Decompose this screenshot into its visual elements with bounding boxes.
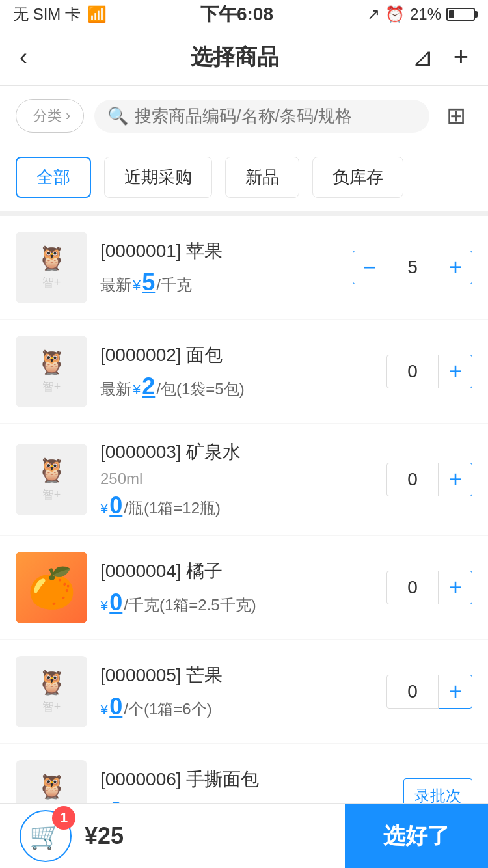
- nav-actions: ⊿ +: [412, 42, 468, 72]
- qty-plus-button[interactable]: +: [439, 251, 472, 284]
- qty-control-0000003: +: [386, 463, 472, 496]
- tab-negative-stock[interactable]: 负库存: [312, 157, 403, 198]
- product-info-0000004: [0000004] 橘子 ¥ 0 /千克(1箱=2.5千克): [100, 559, 373, 616]
- cart-badge: 1: [52, 806, 75, 830]
- status-bar: 无 SIM 卡 📶 下午6:08 ↗ ⏰ 21%: [0, 0, 488, 29]
- cart-total: ¥25: [85, 822, 124, 850]
- time-display: 下午6:08: [200, 2, 273, 27]
- qty-input[interactable]: [386, 355, 439, 388]
- qty-plus-button[interactable]: +: [439, 463, 472, 496]
- product-price: 最新 ¥ 2 /包(1袋=5包): [100, 373, 373, 400]
- product-image-0000001: 🦉 智+: [16, 232, 87, 303]
- qty-plus-button[interactable]: +: [439, 675, 472, 709]
- filter-icon[interactable]: ⊿: [412, 42, 434, 72]
- owl-icon: 🦉: [37, 245, 66, 272]
- qty-plus-button[interactable]: +: [439, 571, 472, 604]
- product-name: [0000003] 矿泉水: [100, 440, 373, 465]
- status-left: 无 SIM 卡 📶: [13, 4, 107, 25]
- nav-bar: ‹ 选择商品 ⊿ +: [0, 29, 488, 86]
- product-info-0000003: [0000003] 矿泉水 250ml ¥ 0 /瓶(1箱=12瓶): [100, 440, 373, 519]
- list-item: 🦉 智+ [0000002] 面包 最新 ¥ 2 /包(1袋=5包) +: [0, 320, 488, 423]
- confirm-button[interactable]: 选好了: [345, 804, 488, 869]
- alarm-icon: ⏰: [385, 5, 405, 23]
- product-image-0000004: 🍊: [16, 552, 87, 623]
- carrier-text: 无 SIM 卡: [13, 4, 81, 25]
- qty-control-0000004: +: [386, 571, 472, 604]
- product-name: [0000006] 手撕面包: [100, 767, 390, 792]
- product-name: [0000005] 芒果: [100, 663, 373, 688]
- list-item: 🦉 智+ [0000003] 矿泉水 250ml ¥ 0 /瓶(1箱=12瓶) …: [0, 424, 488, 535]
- product-price: ¥ 0 /瓶(1箱=12瓶): [100, 492, 373, 519]
- product-name: [0000004] 橘子: [100, 559, 373, 584]
- list-item: 🦉 智+ [0000001] 苹果 最新 ¥ 5 /千克 − +: [0, 216, 488, 319]
- product-info-0000001: [0000001] 苹果 最新 ¥ 5 /千克: [100, 239, 340, 296]
- product-image-0000003: 🦉 智+: [16, 444, 87, 515]
- scan-icon[interactable]: ⊞: [440, 102, 472, 129]
- product-price: ¥ 0 /个(1箱=6个): [100, 693, 373, 720]
- list-item: 🦉 智+ [0000005] 芒果 ¥ 0 /个(1箱=6个) +: [0, 640, 488, 743]
- qty-minus-button[interactable]: −: [353, 251, 386, 284]
- wifi-icon: 📶: [87, 5, 107, 23]
- category-label: 分类: [33, 106, 62, 126]
- product-info-0000002: [0000002] 面包 最新 ¥ 2 /包(1袋=5包): [100, 343, 373, 400]
- category-chevron-icon: ›: [66, 107, 70, 124]
- product-image-0000005: 🦉 智+: [16, 656, 87, 727]
- qty-input[interactable]: [386, 571, 439, 604]
- search-bar: 分类 › 🔍 ⊞: [0, 86, 488, 146]
- owl-icon: 🦉: [37, 349, 66, 376]
- owl-icon: 🦉: [37, 773, 66, 800]
- category-button[interactable]: 分类 ›: [16, 99, 84, 133]
- battery-icon: [446, 8, 475, 21]
- qty-input[interactable]: [386, 675, 439, 709]
- list-item: 🍊 [0000004] 橘子 ¥ 0 /千克(1箱=2.5千克) +: [0, 536, 488, 639]
- tab-all[interactable]: 全部: [16, 157, 91, 198]
- product-name: [0000001] 苹果: [100, 239, 340, 264]
- qty-plus-button[interactable]: +: [439, 355, 472, 388]
- qty-input[interactable]: [386, 463, 439, 496]
- search-icon: 🔍: [107, 106, 128, 126]
- product-price: 最新 ¥ 5 /千克: [100, 269, 340, 296]
- qty-control-0000005: +: [386, 675, 472, 709]
- product-list: 🦉 智+ [0000001] 苹果 最新 ¥ 5 /千克 − + 🦉 智+: [0, 216, 488, 868]
- product-price: ¥ 0 /千克(1箱=2.5千克): [100, 589, 373, 616]
- owl-icon: 🦉: [37, 669, 66, 696]
- product-name: [0000002] 面包: [100, 343, 373, 368]
- filter-tabs: 全部 近期采购 新品 负库存: [0, 146, 488, 216]
- status-right: ↗ ⏰ 21%: [367, 5, 475, 23]
- qty-control-0000001: − +: [353, 251, 472, 284]
- product-image-0000002: 🦉 智+: [16, 336, 87, 407]
- product-spec: 250ml: [100, 470, 373, 488]
- tab-recent[interactable]: 近期采购: [104, 157, 212, 198]
- cart-section: 🛒 1 ¥25: [0, 810, 345, 862]
- page-title: 选择商品: [191, 42, 279, 72]
- qty-input[interactable]: [386, 251, 439, 284]
- tab-new[interactable]: 新品: [225, 157, 299, 198]
- cart-icon-button[interactable]: 🛒 1: [20, 810, 72, 862]
- qty-control-0000002: +: [386, 355, 472, 388]
- battery-text: 21%: [410, 5, 441, 23]
- back-button[interactable]: ‹: [20, 44, 59, 71]
- product-info-0000005: [0000005] 芒果 ¥ 0 /个(1箱=6个): [100, 663, 373, 720]
- search-input[interactable]: [135, 106, 416, 126]
- owl-icon: 🦉: [37, 457, 66, 484]
- location-icon: ↗: [367, 5, 380, 23]
- search-input-wrap: 🔍: [94, 100, 429, 133]
- add-icon[interactable]: +: [454, 42, 468, 72]
- bottom-bar: 🛒 1 ¥25 选好了: [0, 803, 488, 868]
